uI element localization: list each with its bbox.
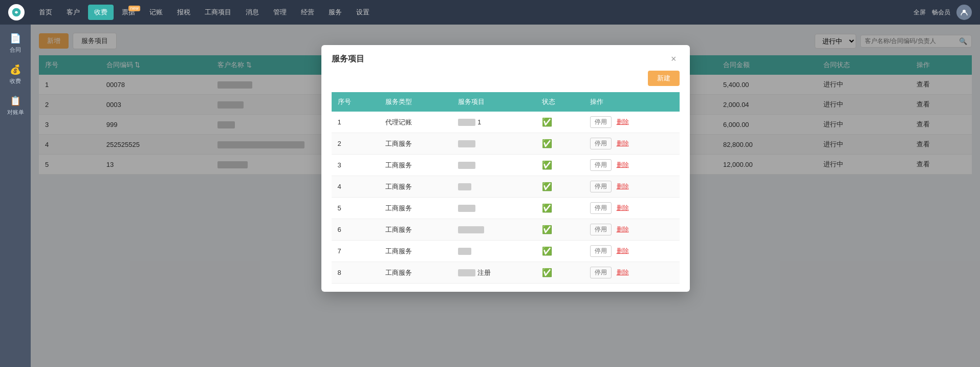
modal-cell-actions: 停用 删除 [584,176,680,198]
modal-cell-item: ████ [452,133,536,155]
modal-cell-actions: 停用 删除 [584,262,680,284]
modal-col-action: 操作 [584,92,680,112]
modal-cell-status: ✅ [536,155,584,176]
fullscreen-btn[interactable]: 全屏 [913,8,926,17]
top-nav-right: 全屏 畅会员 [913,5,972,20]
top-navigation: 首页 客户 收费 票据 new 记账 报税 工商项目 消息 管理 经营 服务 设… [0,0,980,25]
new-badge: new [128,6,140,11]
modal-overlay: 服务项目 × 新建 序号 服务类型 服务项目 状态 [31,25,980,367]
nav-manage[interactable]: 管理 [267,5,293,20]
nav-home[interactable]: 首页 [33,5,58,20]
sidebar-item-statement-label: 对账单 [7,109,24,116]
modal-service-table: 序号 服务类型 服务项目 状态 操作 1 代理记账 ████ 1 [332,92,680,284]
modal-body: 序号 服务类型 服务项目 状态 操作 1 代理记账 ████ 1 [321,92,690,292]
modal-cell-actions: 停用 删除 [584,198,680,219]
modal-cell-no: 2 [332,133,380,155]
modal-col-no: 序号 [332,92,380,112]
status-check-icon: ✅ [542,204,552,212]
member-btn[interactable]: 畅会员 [932,8,950,17]
nav-customer[interactable]: 客户 [60,5,86,20]
modal-cell-no: 8 [332,262,380,284]
nav-invoice[interactable]: 票据 new [116,5,141,20]
main-layout: 📄 合同 💰 收费 📋 对账单 新增 服务项目 进行中 全部 已结束 [0,25,980,367]
app-logo [8,4,25,20]
modal-cell-type: 工商服务 [379,219,452,241]
statement-icon: 📋 [10,95,21,106]
modal-cell-item: ████ 注册 [452,262,536,284]
delete-button[interactable]: 删除 [617,118,629,126]
modal-cell-item: ████ [452,198,536,219]
nav-settings[interactable]: 设置 [350,5,376,20]
status-check-icon: ✅ [542,139,552,148]
modal-table-row: 2 工商服务 ████ ✅ 停用 删除 [332,133,680,155]
status-check-icon: ✅ [542,247,552,255]
modal-cell-no: 3 [332,155,380,176]
modal-close-button[interactable]: × [668,53,680,64]
modal-cell-type: 代理记账 [379,112,452,133]
modal-cell-status: ✅ [536,133,584,155]
modal-col-type: 服务类型 [379,92,452,112]
modal-cell-type: 工商服务 [379,133,452,155]
status-check-icon: ✅ [542,118,552,126]
stop-button[interactable]: 停用 [590,267,612,278]
modal-table-row: 3 工商服务 ████ ✅ 停用 删除 [332,155,680,176]
stop-button[interactable]: 停用 [590,245,612,257]
modal-cell-actions: 停用 删除 [584,219,680,241]
modal-table-row: 8 工商服务 ████ 注册 ✅ 停用 删除 [332,262,680,284]
stop-button[interactable]: 停用 [590,159,612,171]
modal-table-row: 4 工商服务 ███ ✅ 停用 删除 [332,176,680,198]
stop-button[interactable]: 停用 [590,138,612,149]
delete-button[interactable]: 删除 [617,268,629,277]
status-check-icon: ✅ [542,225,552,234]
modal-cell-item: ████ 1 [452,112,536,133]
delete-button[interactable]: 删除 [617,161,629,169]
modal-toolbar: 新建 [321,69,690,92]
sidebar-item-statement[interactable]: 📋 对账单 [2,91,29,120]
modal-cell-type: 工商服务 [379,176,452,198]
modal-cell-no: 7 [332,241,380,262]
delete-button[interactable]: 删除 [617,247,629,255]
stop-button[interactable]: 停用 [590,181,612,192]
sidebar-item-contract-label: 合同 [10,46,21,54]
modal-cell-item: ███ [452,176,536,198]
sidebar-item-fee[interactable]: 💰 收费 [2,60,29,89]
nav-business[interactable]: 经营 [295,5,320,20]
user-avatar[interactable] [956,5,972,20]
nav-service[interactable]: 服务 [322,5,348,20]
service-items-modal: 服务项目 × 新建 序号 服务类型 服务项目 状态 [321,45,690,292]
modal-cell-no: 5 [332,198,380,219]
modal-cell-no: 6 [332,219,380,241]
modal-cell-status: ✅ [536,262,584,284]
modal-cell-type: 工商服务 [379,262,452,284]
modal-cell-status: ✅ [536,241,584,262]
nav-industry[interactable]: 工商项目 [199,5,237,20]
stop-button[interactable]: 停用 [590,202,612,214]
stop-button[interactable]: 停用 [590,224,612,235]
status-check-icon: ✅ [542,182,552,191]
modal-new-button[interactable]: 新建 [648,71,680,86]
modal-cell-actions: 停用 删除 [584,155,680,176]
nav-fee[interactable]: 收费 [88,5,114,20]
stop-button[interactable]: 停用 [590,116,612,128]
status-check-icon: ✅ [542,161,552,169]
delete-button[interactable]: 删除 [617,204,629,212]
modal-table-row: 1 代理记账 ████ 1 ✅ 停用 删除 [332,112,680,133]
modal-title: 服务项目 [332,54,364,64]
delete-button[interactable]: 删除 [617,139,629,148]
nav-tax[interactable]: 报税 [171,5,197,20]
modal-table-row: 5 工商服务 ████ ✅ 停用 删除 [332,198,680,219]
sidebar: 📄 合同 💰 收费 📋 对账单 [0,25,31,367]
status-check-icon: ✅ [542,268,552,277]
modal-cell-item: ████ [452,155,536,176]
sidebar-item-contract[interactable]: 📄 合同 [2,29,29,58]
modal-cell-status: ✅ [536,176,584,198]
modal-cell-actions: 停用 删除 [584,133,680,155]
main-content: 新增 服务项目 进行中 全部 已结束 🔍 序号 合同编 [31,25,980,367]
nav-bookkeeping[interactable]: 记账 [143,5,169,20]
nav-message[interactable]: 消息 [239,5,265,20]
delete-button[interactable]: 删除 [617,182,629,191]
fee-icon: 💰 [10,64,21,75]
modal-cell-item: ██████ [452,219,536,241]
delete-button[interactable]: 删除 [617,225,629,234]
modal-cell-item: ███ [452,241,536,262]
